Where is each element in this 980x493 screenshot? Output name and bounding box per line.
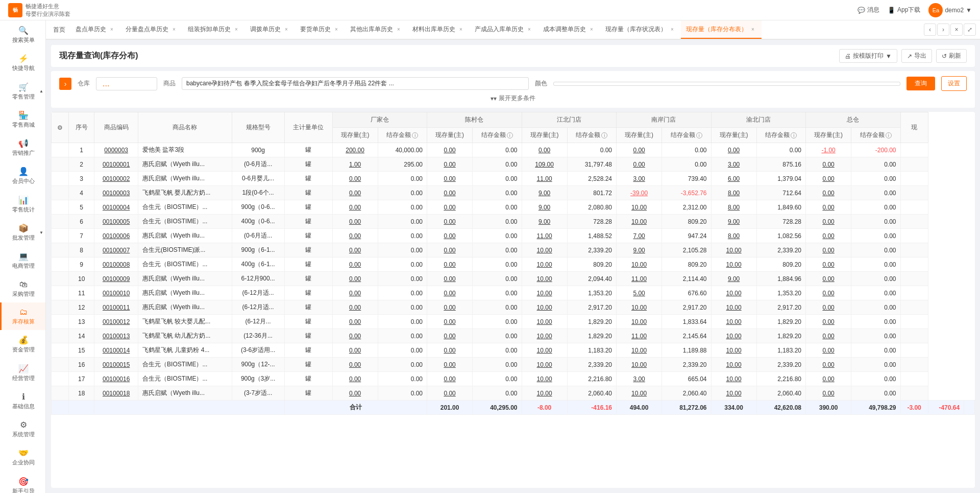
col-yubeimen-stock-header: 现存量(主) xyxy=(711,128,756,143)
members-icon: 👤 xyxy=(18,167,29,176)
setting-btn[interactable]: 设置 xyxy=(941,76,967,91)
shortcut-icon: ⚡ xyxy=(18,54,29,63)
yubeimen-amount-info[interactable]: i xyxy=(791,132,797,138)
filter-collapse-btn[interactable]: › xyxy=(59,78,71,90)
col-yubeimen-amount-header: 结存金额i xyxy=(756,128,805,143)
tab-other-outbound-close[interactable]: × xyxy=(395,26,402,33)
export-btn[interactable]: ↗ 导出 xyxy=(901,49,932,63)
sidebar-label-guide: 新手引导 xyxy=(12,487,35,493)
sidebar-item-retail-stats[interactable]: 📊 零售统计 xyxy=(0,190,45,218)
table-row: 1300100012飞鹤星飞帆 较大婴儿配...(6-12月...罐0.000.… xyxy=(52,315,975,329)
sidebar-label-inventory: 库存核算 xyxy=(12,318,35,325)
topbar: 畅 畅捷通好生意 母婴行业演示陈套 💬 消息 📱 App下载 Ea demo2 … xyxy=(0,0,980,20)
tab-assembly-close[interactable]: × xyxy=(233,26,240,33)
user-menu[interactable]: Ea demo2 ▼ xyxy=(928,3,972,17)
sidebar-item-system[interactable]: ⚙ 系统管理 xyxy=(0,415,45,443)
tab-transfer-label: 调拨单历史 xyxy=(250,25,281,34)
tab-bar: 首页 盘点单历史 × 分量盘点单历史 × 组装拆卸单历史 × 调拨单历史 × 要… xyxy=(46,20,980,40)
tab-assembly[interactable]: 组装拆卸单历史 × xyxy=(183,20,245,39)
sidebar-item-mall[interactable]: 🏪 零售商城 xyxy=(0,105,45,133)
tab-stock-status-close[interactable]: × xyxy=(669,26,676,33)
sidebar-item-guide[interactable]: 🎯 新手引导 xyxy=(0,472,45,493)
tab-portion-stocktake-close[interactable]: × xyxy=(170,26,178,33)
table-row: 1000100009惠氏启赋（Wyeth illu...6-12月900...罐… xyxy=(52,272,975,286)
basic-info-icon: ℹ xyxy=(22,392,25,402)
table-row: 500100004合生元（BIOSTIME）...900g（0-6...罐0.0… xyxy=(52,200,975,215)
settings-gear-icon: ⚙ xyxy=(57,124,63,131)
tab-nav-buttons: ‹ › × ⤢ xyxy=(922,24,978,36)
print-btn[interactable]: 🖨 按模版打印 ▼ xyxy=(839,49,897,63)
col-num-header: 序号 xyxy=(69,112,94,143)
search-btn[interactable]: 查询 xyxy=(906,77,935,90)
tab-requisition[interactable]: 要货单历史 × xyxy=(295,20,345,39)
tab-cost-adjust-close[interactable]: × xyxy=(588,26,595,33)
tab-close-all-btn[interactable]: × xyxy=(950,24,963,36)
tab-fullscreen-btn[interactable]: ⤢ xyxy=(964,24,976,36)
refresh-btn[interactable]: ↺ 刷新 xyxy=(936,49,967,63)
table-row: 1500100014飞鹤星飞帆 儿童奶粉 4...(3-6岁适用...罐0.00… xyxy=(52,343,975,358)
tab-stocktake-history[interactable]: 盘点单历史 × xyxy=(70,20,120,39)
sidebar-label-search: 搜索英单 xyxy=(12,36,35,43)
jiangbei-amount-info[interactable]: i xyxy=(601,132,607,138)
tab-requisition-close[interactable]: × xyxy=(333,26,340,33)
sidebar-label-wholesale: 批发管理 xyxy=(12,234,35,241)
tab-finished-inbound[interactable]: 产成品入库单历史 × xyxy=(470,20,538,39)
tab-transfer-close[interactable]: × xyxy=(283,26,290,33)
tab-stock-distribution-close[interactable]: × xyxy=(749,26,756,33)
tab-transfer[interactable]: 调拨单历史 × xyxy=(245,20,295,39)
tab-portion-stocktake[interactable]: 分量盘点单历史 × xyxy=(120,20,183,39)
page-content: 现存量查询(库存分布) 🖨 按模版打印 ▼ ↗ 导出 ↺ 刷新 xyxy=(46,40,980,493)
tab-prev-btn[interactable]: ‹ xyxy=(924,24,936,36)
tab-cost-adjust[interactable]: 成本调整单历史 × xyxy=(538,20,600,39)
factory-amount-info[interactable]: i xyxy=(412,132,418,138)
tab-finished-inbound-label: 产成品入库单历史 xyxy=(475,25,524,34)
sidebar-item-finance[interactable]: 💰 资金管理 xyxy=(0,330,45,358)
nanan-amount-info[interactable]: i xyxy=(696,132,702,138)
logo-main-text: 畅捷通好生意 xyxy=(26,3,70,10)
sidebar-item-inventory[interactable]: 🗂 库存核算 xyxy=(0,302,45,330)
export-icon: ↗ xyxy=(907,53,912,60)
tab-material-outbound-close[interactable]: × xyxy=(457,26,464,33)
page-header: 现存量查询(库存分布) 🖨 按模版打印 ▼ ↗ 导出 ↺ 刷新 xyxy=(51,45,975,67)
tab-material-outbound[interactable]: 材料出库单历史 × xyxy=(407,20,470,39)
col-factory-group-header: 厂家仓 xyxy=(332,112,427,128)
product-input[interactable]: babycare孕妇待产包 春季入院全套母子组合孕妇产后冬季月子用品 22件套 … xyxy=(182,77,529,90)
table-row: 1200100011惠氏启赋（Wyeth illu...(6-12月适...罐0… xyxy=(52,300,975,315)
col-factory-stock-header: 现存量(主) xyxy=(332,128,378,143)
sidebar-label-mall: 零售商城 xyxy=(12,121,35,128)
tab-home[interactable]: 首页 xyxy=(48,26,70,34)
sidebar-label-retail-mgmt: 零售管理 xyxy=(12,93,35,100)
tab-finished-inbound-close[interactable]: × xyxy=(526,26,533,33)
tab-stock-status[interactable]: 现存量（库存状况表） × xyxy=(600,20,681,39)
expand-conditions-btn[interactable]: ▾▾ 展开更多条件 xyxy=(491,94,535,103)
sidebar-item-collab[interactable]: 🤝 企业协同 xyxy=(0,443,45,471)
sidebar-item-marketing[interactable]: 📢 营销推广 xyxy=(0,133,45,161)
message-btn[interactable]: 💬 消息 xyxy=(857,6,879,14)
col-settings-header[interactable]: ⚙ xyxy=(52,112,69,143)
sidebar-label-shortcut: 快捷导航 xyxy=(12,64,35,72)
tab-next-btn[interactable]: › xyxy=(937,24,949,36)
tab-stock-distribution[interactable]: 现存量（库存分布表） × xyxy=(681,20,762,39)
sidebar-item-search[interactable]: 🔍 搜索英单 xyxy=(0,20,45,49)
col-chenshi-stock-header: 现存量(主) xyxy=(427,128,473,143)
chenshi-amount-info[interactable]: i xyxy=(507,132,513,138)
tab-other-outbound[interactable]: 其他出库单历史 × xyxy=(345,20,407,39)
guide-icon: 🎯 xyxy=(18,477,29,486)
color-input[interactable] xyxy=(553,82,900,86)
wholesale-arrow: ▼ xyxy=(39,230,43,234)
sidebar-item-wholesale[interactable]: 📦 批发管理 ▼ xyxy=(0,218,45,246)
warehouse-input[interactable]: ... xyxy=(96,77,157,90)
sidebar-item-purchase[interactable]: 🛍 采购管理 xyxy=(0,275,45,302)
total-amount-info[interactable]: i xyxy=(886,132,892,138)
sidebar-item-members[interactable]: 👤 会员中心 xyxy=(0,161,45,190)
retail-mgmt-icon: 🛒 xyxy=(18,82,29,92)
app-download-btn[interactable]: 📱 App下载 xyxy=(888,6,920,14)
sidebar-item-retail-mgmt[interactable]: 🛒 零售管理 ▲ xyxy=(0,77,45,105)
sidebar-item-basic-info[interactable]: ℹ 基础信息 xyxy=(0,387,45,415)
logo-icon: 畅 xyxy=(8,3,22,17)
tab-stocktake-history-close[interactable]: × xyxy=(108,26,115,33)
collab-icon: 🤝 xyxy=(18,448,29,458)
sidebar-item-shortcut[interactable]: ⚡ 快捷导航 xyxy=(0,49,45,77)
sidebar-item-operations[interactable]: 📈 经营管理 xyxy=(0,359,45,387)
sidebar-item-ecommerce[interactable]: 💻 电商管理 xyxy=(0,246,45,274)
